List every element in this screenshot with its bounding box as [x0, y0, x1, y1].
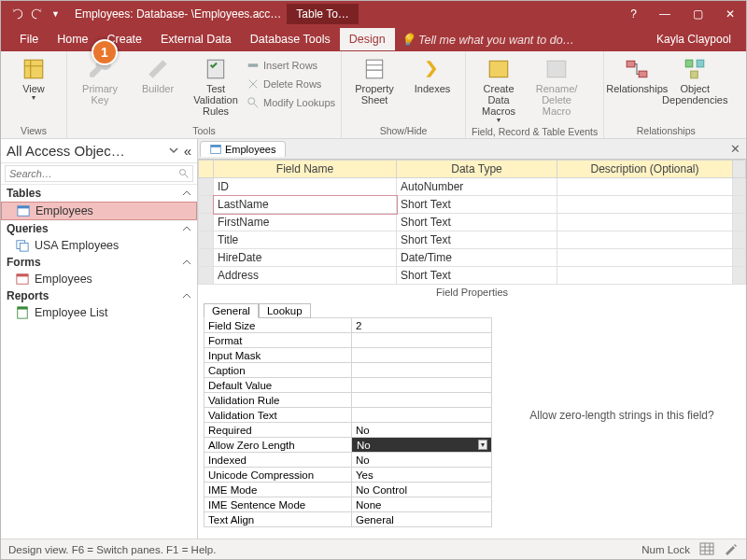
- svg-rect-10: [697, 60, 704, 67]
- design-area: Employees ✕ Field Name Data Type Descrip…: [198, 139, 746, 539]
- property-row[interactable]: Validation Rule: [204, 393, 492, 408]
- nav-section-queries[interactable]: Queries: [1, 220, 197, 237]
- property-row[interactable]: Field Size2: [204, 318, 492, 333]
- property-sheet-button[interactable]: Property Sheet: [347, 53, 402, 105]
- svg-rect-6: [547, 61, 566, 77]
- svg-rect-18: [17, 274, 28, 277]
- numlock-indicator: Num Lock: [641, 544, 690, 555]
- table-row[interactable]: IDAutoNumber: [199, 178, 746, 196]
- context-tab-label[interactable]: Table To…: [287, 4, 358, 24]
- object-tab-close-icon[interactable]: ✕: [725, 142, 746, 156]
- builder-button[interactable]: Builder: [131, 53, 185, 94]
- svg-rect-14: [18, 206, 29, 209]
- delete-rows-button[interactable]: Delete Rows: [247, 76, 335, 92]
- nav-item[interactable]: Employees: [1, 202, 197, 220]
- nav-section-reports[interactable]: Reports: [1, 287, 197, 304]
- navpane-collapse-icon[interactable]: «: [168, 143, 191, 159]
- ribbon-group-relationships: Relationships Object Dependencies Relati…: [604, 51, 727, 138]
- table-row[interactable]: HireDateDate/Time: [199, 249, 746, 267]
- property-row[interactable]: Allow Zero LengthNo▾: [204, 438, 492, 453]
- table-row[interactable]: AddressShort Text: [199, 267, 746, 285]
- svg-rect-20: [18, 307, 28, 310]
- redo-icon[interactable]: [31, 7, 44, 22]
- callout-1: 1: [92, 39, 118, 65]
- search-input[interactable]: [5, 165, 193, 182]
- col-field-name[interactable]: Field Name: [214, 161, 397, 178]
- property-help-text: Allow zero-length strings in this field?: [503, 303, 740, 527]
- undo-icon[interactable]: [10, 7, 23, 22]
- qat-dropdown-icon[interactable]: ▼: [51, 9, 60, 19]
- relationships-button[interactable]: Relationships: [610, 53, 664, 94]
- nav-item[interactable]: Employee List: [1, 304, 197, 321]
- view-button[interactable]: View▾: [7, 53, 61, 103]
- property-row[interactable]: Format: [204, 333, 492, 348]
- col-description[interactable]: Description (Optional): [557, 161, 733, 178]
- insert-rows-button[interactable]: Insert Rows: [247, 57, 335, 74]
- property-row[interactable]: Unicode CompressionYes: [204, 468, 492, 483]
- help-icon[interactable]: ?: [630, 7, 637, 21]
- property-row[interactable]: Input Mask: [204, 348, 492, 363]
- minimize-icon[interactable]: —: [659, 7, 670, 21]
- property-row[interactable]: IME Sentence ModeNone: [204, 497, 492, 512]
- indexes-button[interactable]: Indexes: [405, 53, 459, 94]
- title-bar: ▼ Employees: Database- \Employees.acc… T…: [1, 1, 746, 27]
- field-grid[interactable]: Field Name Data Type Description (Option…: [198, 160, 746, 285]
- svg-rect-0: [24, 60, 43, 78]
- tab-home[interactable]: Home: [48, 28, 97, 50]
- table-row[interactable]: TitleShort Text: [199, 231, 746, 249]
- col-data-type[interactable]: Data Type: [397, 161, 557, 178]
- ribbon: View▾ Views Primary Key Builder Test Val…: [1, 51, 746, 139]
- tab-database-tools[interactable]: Database Tools: [241, 28, 340, 50]
- navpane-title[interactable]: All Access Objec…: [7, 143, 125, 159]
- window-title: Employees: Database- \Employees.acc…: [75, 7, 281, 21]
- nav-item[interactable]: Employees: [1, 271, 197, 287]
- tab-design[interactable]: Design: [340, 28, 395, 50]
- property-row[interactable]: RequiredNo: [204, 423, 492, 438]
- table-icon: [210, 144, 221, 155]
- object-tab-employees[interactable]: Employees: [200, 141, 286, 157]
- svg-rect-9: [686, 60, 694, 67]
- property-row[interactable]: IME ModeNo Control: [204, 483, 492, 497]
- property-row[interactable]: Default Value: [204, 378, 492, 393]
- svg-point-12: [180, 170, 186, 175]
- nav-section-tables[interactable]: Tables: [1, 185, 197, 202]
- prop-tab-lookup[interactable]: Lookup: [259, 303, 311, 318]
- maximize-icon[interactable]: ▢: [693, 7, 703, 21]
- svg-rect-2: [248, 63, 259, 67]
- status-bar: Design view. F6 = Switch panes. F1 = Hel…: [1, 539, 746, 559]
- view-design-icon[interactable]: [724, 542, 739, 557]
- user-label[interactable]: Kayla Claypool: [656, 33, 746, 46]
- object-dependencies-button[interactable]: Object Dependencies: [668, 53, 722, 105]
- tab-external-data[interactable]: External Data: [151, 28, 241, 50]
- svg-rect-22: [211, 146, 221, 147]
- svg-rect-8: [639, 71, 647, 77]
- table-row[interactable]: FirstNameShort Text: [199, 214, 746, 231]
- property-row[interactable]: Validation Text: [204, 408, 492, 423]
- rename-delete-macro-button[interactable]: Rename/ Delete Macro: [529, 53, 584, 117]
- nav-section-forms[interactable]: Forms: [1, 254, 197, 271]
- svg-rect-7: [627, 61, 635, 67]
- prop-tab-general[interactable]: General: [204, 303, 259, 318]
- property-row[interactable]: Text AlignGeneral: [204, 512, 492, 527]
- modify-lookups-button[interactable]: Modify Lookups: [247, 94, 335, 111]
- property-grid[interactable]: Field Size2FormatInput MaskCaptionDefaul…: [204, 317, 492, 527]
- navigation-pane: All Access Objec… « TablesEmployeesQueri…: [1, 139, 198, 539]
- tell-me-search[interactable]: 💡 Tell me what you want to do…: [401, 33, 574, 47]
- ribbon-group-views: View▾ Views: [1, 51, 67, 138]
- navpane-search[interactable]: [1, 163, 197, 185]
- property-row[interactable]: Caption: [204, 363, 492, 378]
- view-datasheet-icon[interactable]: [699, 542, 714, 557]
- field-properties-label: Field Properties: [198, 285, 746, 300]
- create-data-macros-button[interactable]: Create Data Macros▾: [472, 53, 526, 125]
- search-icon: [178, 168, 190, 179]
- svg-point-3: [248, 98, 255, 105]
- table-row[interactable]: LastNameShort Text: [199, 196, 746, 214]
- ribbon-group-events: Create Data Macros▾ Rename/ Delete Macro…: [466, 51, 604, 138]
- property-row[interactable]: IndexedNo: [204, 453, 492, 468]
- test-validation-rules-button[interactable]: Test Validation Rules: [189, 53, 243, 117]
- status-text: Design view. F6 = Switch panes. F1 = Hel…: [8, 544, 216, 555]
- ribbon-group-showhide: Property Sheet Indexes Show/Hide: [342, 51, 466, 138]
- nav-item[interactable]: USA Employees: [1, 237, 197, 254]
- tab-file[interactable]: File: [10, 28, 48, 50]
- close-icon[interactable]: ✕: [726, 7, 735, 21]
